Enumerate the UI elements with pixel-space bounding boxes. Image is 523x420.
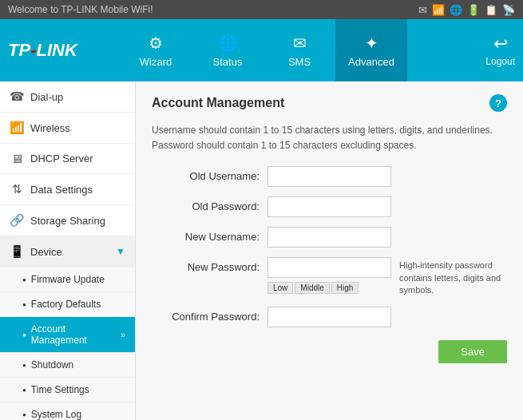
save-button[interactable]: Save xyxy=(438,340,507,363)
layout: ☎ Dial-up 📶 Wireless 🖥 DHCP Server ⇅ Dat… xyxy=(0,81,523,420)
dot-icon: ● xyxy=(22,386,26,394)
old-password-row: Old Password: xyxy=(152,196,507,217)
logout-button[interactable]: ↩ Logout xyxy=(485,34,515,67)
signal-icon: 📶 xyxy=(432,4,445,16)
tab-status[interactable]: 🌐 Status xyxy=(192,19,263,81)
wizard-icon: ⚙ xyxy=(149,34,163,53)
tab-advanced[interactable]: ✦ Advanced xyxy=(335,19,407,81)
new-username-label: New Username: xyxy=(152,227,267,243)
tab-wizard[interactable]: ⚙ Wizard xyxy=(120,19,192,81)
strength-high: High xyxy=(331,282,359,294)
old-username-row: Old Username: xyxy=(152,166,507,187)
sidebar-item-storage[interactable]: 🔗 Storage Sharing xyxy=(0,205,135,236)
wireless-icon: 📶 xyxy=(10,121,24,135)
sidebar-firmware-label: Firmware Update xyxy=(31,274,105,285)
dot-icon: ● xyxy=(22,276,26,283)
strength-middle: Middle xyxy=(295,282,329,294)
old-password-label: Old Password: xyxy=(152,196,267,212)
password-hint: High-intensity password contains letters… xyxy=(399,257,507,296)
sidebar-item-account[interactable]: ● Account Management » xyxy=(0,317,135,353)
sidebar-wireless-label: Wireless xyxy=(30,122,70,134)
sidebar-account-label: Account Management xyxy=(31,323,113,346)
header: TP-LINK ⚙ Wizard 🌐 Status ✉ SMS ✦ Advanc… xyxy=(0,19,523,81)
page-title: Account Management xyxy=(152,96,284,110)
active-arrow: » xyxy=(121,330,125,339)
tab-sms[interactable]: ✉ SMS xyxy=(263,19,335,81)
main-content: Account Management ? Username should con… xyxy=(136,81,523,420)
advanced-icon: ✦ xyxy=(365,34,378,53)
new-username-field xyxy=(267,227,391,248)
tab-status-label: Status xyxy=(213,56,243,68)
device-icon: 📱 xyxy=(10,244,24,259)
new-password-row: New Password: Low Middle High High-inten… xyxy=(152,257,507,296)
confirm-password-input[interactable] xyxy=(267,307,391,327)
dot-icon: ● xyxy=(22,331,26,339)
dhcp-icon: 🖥 xyxy=(10,152,24,165)
sidebar-item-factory[interactable]: ● Factory Defaults xyxy=(0,292,135,317)
sidebar-submenu-device: ● Firmware Update ● Factory Defaults ● A… xyxy=(0,267,135,420)
sidebar-item-time[interactable]: ● Time Settings xyxy=(0,378,135,402)
sidebar-time-label: Time Settings xyxy=(31,384,89,395)
tab-wizard-label: Wizard xyxy=(140,56,172,68)
sidebar-item-shutdown[interactable]: ● Shutdown xyxy=(0,353,135,378)
old-username-label: Old Username: xyxy=(152,166,267,182)
sidebar: ☎ Dial-up 📶 Wireless 🖥 DHCP Server ⇅ Dat… xyxy=(0,81,136,420)
sidebar-item-dialup[interactable]: ☎ Dial-up xyxy=(0,81,135,113)
confirm-password-row: Confirm Password: xyxy=(152,307,507,327)
chevron-down-icon: ▼ xyxy=(116,246,125,257)
welcome-text: Welcome to TP-LINK Mobile WiFi! xyxy=(8,4,153,15)
status-icon: 🌐 xyxy=(218,34,238,53)
new-password-field: Low Middle High xyxy=(267,257,391,294)
old-password-field xyxy=(267,196,391,217)
confirm-password-field xyxy=(267,307,391,327)
old-username-field xyxy=(267,166,391,187)
logo: TP-LINK xyxy=(8,40,120,61)
dialup-icon: ☎ xyxy=(10,89,24,104)
save-row: Save xyxy=(152,340,507,363)
new-password-input[interactable] xyxy=(267,257,391,278)
sidebar-item-device[interactable]: 📱 Device ▼ xyxy=(0,236,135,267)
sidebar-device-label: Device xyxy=(30,246,62,258)
nav-tabs: ⚙ Wizard 🌐 Status ✉ SMS ✦ Advanced xyxy=(120,19,477,81)
help-button[interactable]: ? xyxy=(489,94,507,112)
sidebar-data-label: Data Settings xyxy=(30,184,93,196)
sidebar-syslog-label: System Log xyxy=(31,409,81,420)
dot-icon: ● xyxy=(22,301,26,308)
sidebar-item-dhcp[interactable]: 🖥 DHCP Server xyxy=(0,144,135,174)
sidebar-item-wireless[interactable]: 📶 Wireless xyxy=(0,113,135,144)
sidebar-dhcp-label: DHCP Server xyxy=(30,153,93,164)
storage-icon: 🔗 xyxy=(10,213,24,228)
page-header: Account Management ? xyxy=(152,94,507,112)
password-strength: Low Middle High xyxy=(267,282,391,294)
new-username-input[interactable] xyxy=(267,227,391,248)
sidebar-shutdown-label: Shutdown xyxy=(31,359,73,370)
sidebar-item-syslog[interactable]: ● System Log xyxy=(0,402,135,420)
info-line2: Password should contain 1 to 15 characte… xyxy=(152,138,507,153)
sim-icon: 📋 xyxy=(485,4,497,16)
confirm-password-label: Confirm Password: xyxy=(152,307,267,323)
data-icon: ⇅ xyxy=(10,182,24,196)
new-password-label: New Password: xyxy=(152,257,267,273)
info-text: Username should contain 1 to 15 characte… xyxy=(152,123,507,153)
top-icons: ✉ 📶 🌐 🔋 📋 📡 xyxy=(418,4,515,16)
logout-label: Logout xyxy=(485,56,515,67)
sidebar-item-firmware[interactable]: ● Firmware Update xyxy=(0,267,135,292)
logout-icon: ↩ xyxy=(493,34,508,54)
top-bar: Welcome to TP-LINK Mobile WiFi! ✉ 📶 🌐 🔋 … xyxy=(0,0,523,19)
dot-icon: ● xyxy=(22,411,26,418)
dot-icon: ● xyxy=(22,362,26,369)
tab-advanced-label: Advanced xyxy=(348,56,394,68)
sidebar-storage-label: Storage Sharing xyxy=(30,215,105,227)
sidebar-factory-label: Factory Defaults xyxy=(31,299,101,310)
wifi-icon: 📡 xyxy=(502,4,515,16)
battery-icon: 🔋 xyxy=(467,4,480,16)
old-username-input[interactable] xyxy=(267,166,391,187)
sidebar-dialup-label: Dial-up xyxy=(30,91,63,103)
sms-icon: ✉ xyxy=(293,34,307,53)
info-line1: Username should contain 1 to 15 characte… xyxy=(152,123,507,138)
sidebar-item-data[interactable]: ⇅ Data Settings xyxy=(0,174,135,205)
old-password-input[interactable] xyxy=(267,196,391,217)
new-username-row: New Username: xyxy=(152,227,507,248)
email-icon: ✉ xyxy=(418,4,427,16)
tab-sms-label: SMS xyxy=(288,56,311,68)
